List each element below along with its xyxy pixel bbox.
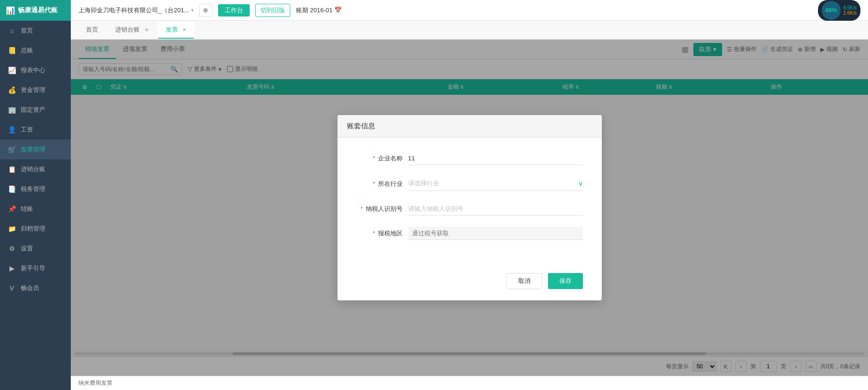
company-name: 上海卯金刀电子科技有限公司_（台201... <box>78 6 189 15</box>
sidebar-icon-assets: 🏢 <box>8 106 16 114</box>
sidebar-item-tax[interactable]: 📑 税务管理 <box>0 179 71 199</box>
save-button[interactable]: 保存 <box>548 273 583 289</box>
sidebar-label-invoice: 发票管理 <box>21 145 45 154</box>
network-percent: 49% <box>822 1 841 20</box>
header: 上海卯金刀电子科技有限公司_（台201... ▾ ⊕ 工作台 切到旧版 账期 2… <box>71 0 868 21</box>
bottom-bar: 纳米费用发票 <box>71 376 868 390</box>
sidebar-item-invoice[interactable]: 🛒 发票管理 <box>0 140 71 159</box>
sidebar-item-archive[interactable]: 📁 归档管理 <box>0 219 71 239</box>
input-tax-id[interactable] <box>408 202 583 216</box>
industry-dropdown-icon[interactable]: ∨ <box>578 180 583 187</box>
sidebar-label-guide: 新手引导 <box>21 264 45 273</box>
tab-purchase-label: 进销台账 <box>115 26 140 33</box>
sidebar: 📊 畅康通易代账 ⌂ 首页 📒 总账 📈 报表中心 💰 资金管理 🏢 固定资产 … <box>0 0 71 390</box>
upload-speed: 8.5K/s <box>843 5 857 10</box>
sidebar-item-home[interactable]: ⌂ 首页 <box>0 21 71 41</box>
period-label: 账期 <box>296 6 308 15</box>
sidebar-icon-archive: 📁 <box>8 225 16 232</box>
sidebar-item-settings[interactable]: ⚙ 设置 <box>0 239 71 258</box>
form-row-tax-region: * 报税地区 <box>356 227 583 240</box>
workbench-button[interactable]: 工作台 <box>218 4 250 17</box>
sidebar-item-member[interactable]: V 畅会员 <box>0 278 71 298</box>
sidebar-item-assets[interactable]: 🏢 固定资产 <box>0 100 71 120</box>
app-name: 畅康通易代账 <box>18 6 58 15</box>
period-value: 2016-01 <box>310 7 333 14</box>
label-tax-id: * 纳税人识别号 <box>356 205 408 213</box>
sidebar-label-home: 首页 <box>21 26 33 35</box>
calendar-icon[interactable]: 📅 <box>334 7 342 14</box>
cancel-button[interactable]: 取消 <box>506 273 542 289</box>
sidebar-label-settings: 设置 <box>21 244 33 253</box>
network-status: 49% 8.5K/s 2.6K/s <box>818 0 860 21</box>
sidebar-item-guide[interactable]: ▶ 新手引导 <box>0 258 71 278</box>
app-logo: 📊 畅康通易代账 <box>0 0 71 21</box>
sidebar-label-finance: 资金管理 <box>21 86 45 94</box>
download-speed: 2.6K/s <box>843 10 857 16</box>
bottom-text: 纳米费用发票 <box>78 379 112 387</box>
copy-icon[interactable]: ⊕ <box>199 4 212 17</box>
dialog-account-info: 账套信息 * 企业名称 * 所在行业 <box>337 115 602 300</box>
old-version-button[interactable]: 切到旧版 <box>255 4 290 17</box>
label-industry: * 所在行业 <box>356 180 408 188</box>
sidebar-label-tax: 税务管理 <box>21 185 45 193</box>
sidebar-icon-payroll: 👤 <box>8 126 16 133</box>
label-tax-region: * 报税地区 <box>356 229 408 238</box>
sidebar-icon-finance: 💰 <box>8 86 16 94</box>
sidebar-label-ledger: 总账 <box>21 46 33 55</box>
tab-purchase[interactable]: 进销台账 ✕ <box>108 22 156 39</box>
sidebar-item-ledger[interactable]: 📒 总账 <box>0 41 71 60</box>
industry-placeholder: 请选择行业 <box>408 179 578 188</box>
tab-purchase-close[interactable]: ✕ <box>144 27 149 33</box>
sidebar-icon-member: V <box>8 284 16 292</box>
sidebar-icon-invoice: 🛒 <box>8 146 16 153</box>
period-info: 账期 2016-01 📅 <box>296 6 342 15</box>
tab-home[interactable]: 首页 <box>78 22 106 39</box>
sidebar-icon-home: ⌂ <box>8 27 16 34</box>
company-dropdown-icon: ▾ <box>191 8 194 13</box>
sidebar-icon-guide: ▶ <box>8 265 16 272</box>
sidebar-icon-ledger: 📒 <box>8 47 16 54</box>
sidebar-label-closing: 结账 <box>21 205 33 213</box>
form-row-company: * 企业名称 <box>356 152 583 165</box>
sidebar-item-payroll[interactable]: 👤 工资 <box>0 120 71 140</box>
logo-icon: 📊 <box>6 6 15 15</box>
modal-overlay: 账套信息 * 企业名称 * 所在行业 <box>71 40 868 376</box>
sidebar-icon-settings: ⚙ <box>8 245 16 252</box>
select-industry[interactable]: 请选择行业 ∨ <box>408 176 583 191</box>
tab-home-label: 首页 <box>86 26 98 33</box>
tab-invoice[interactable]: 发票 ✕ <box>158 22 194 39</box>
sidebar-label-reports: 报表中心 <box>21 66 45 75</box>
form-row-tax-id: * 纳税人识别号 <box>356 202 583 216</box>
sidebar-item-finance[interactable]: 💰 资金管理 <box>0 80 71 100</box>
sidebar-label-archive: 归档管理 <box>21 224 45 233</box>
sidebar-nav: ⌂ 首页 📒 总账 📈 报表中心 💰 资金管理 🏢 固定资产 👤 工资 🛒 发票… <box>0 21 71 298</box>
form-row-industry: * 所在行业 请选择行业 ∨ <box>356 176 583 191</box>
sidebar-icon-tax: 📑 <box>8 185 16 193</box>
sidebar-icon-reports: 📈 <box>8 66 16 74</box>
sidebar-item-closing[interactable]: 📌 结账 <box>0 199 71 219</box>
sidebar-icon-closing: 📌 <box>8 205 16 213</box>
dialog-title: 账套信息 <box>337 115 602 138</box>
sidebar-item-purchase[interactable]: 📋 进销台账 <box>0 159 71 179</box>
input-tax-region <box>408 227 583 240</box>
tab-invoice-close[interactable]: ✕ <box>182 27 186 33</box>
main-area: 上海卯金刀电子科技有限公司_（台201... ▾ ⊕ 工作台 切到旧版 账期 2… <box>71 0 868 390</box>
dialog-footer: 取消 保存 <box>337 266 602 300</box>
sidebar-icon-purchase: 📋 <box>8 166 16 173</box>
input-company-name[interactable] <box>408 152 583 165</box>
dialog-body: * 企业名称 * 所在行业 请选择行业 ∨ <box>337 138 602 266</box>
tab-invoice-label: 发票 <box>166 26 178 33</box>
sidebar-item-reports[interactable]: 📈 报表中心 <box>0 60 71 80</box>
company-selector[interactable]: 上海卯金刀电子科技有限公司_（台201... ▾ <box>78 6 194 15</box>
sidebar-label-assets: 固定资产 <box>21 106 45 114</box>
network-speeds: 8.5K/s 2.6K/s <box>843 5 857 16</box>
sidebar-label-purchase: 进销台账 <box>21 165 45 174</box>
label-company: * 企业名称 <box>356 154 408 163</box>
sidebar-label-payroll: 工资 <box>21 125 33 134</box>
tab-bar: 首页 进销台账 ✕ 发票 ✕ <box>71 21 868 40</box>
sidebar-label-member: 畅会员 <box>21 284 39 292</box>
